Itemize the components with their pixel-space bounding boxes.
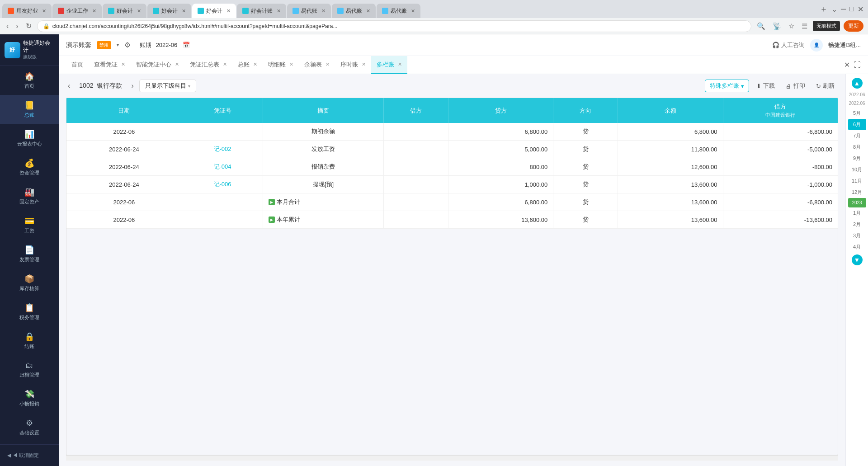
sidebar-item-payroll[interactable]: 💳工资 — [0, 211, 59, 240]
browser-tab-t6[interactable]: 好会计✕ — [147, 4, 191, 18]
page-tab-summary[interactable]: 凭证汇总表✕ — [184, 56, 232, 74]
demo-badge[interactable]: 禁用 — [97, 41, 111, 49]
timeline-scroll-down[interactable]: ▼ — [852, 254, 863, 265]
tab-list-button[interactable]: ⌄ — [831, 5, 837, 14]
browser-tab-t9[interactable]: 用友好业✕ — [2, 4, 52, 18]
tab-close-icon[interactable]: ✕ — [92, 8, 96, 14]
timeline-month-2023-4月[interactable]: 4月 — [848, 241, 866, 253]
page-tab-close-voucher[interactable]: ✕ — [121, 61, 125, 67]
timeline-month-6月[interactable]: 6月 — [848, 119, 866, 130]
voucher-link[interactable]: 记-006 — [182, 176, 263, 193]
timeline-month-10月[interactable]: 10月 — [848, 164, 866, 175]
page-tab-close-multi[interactable]: ✕ — [398, 61, 402, 67]
timeline-month-2023-2月[interactable]: 2月 — [848, 219, 866, 230]
page-tab-detail[interactable]: 明细账✕ — [263, 56, 299, 74]
page-tab-close-detail[interactable]: ✕ — [289, 61, 293, 67]
search-browser-button[interactable]: 🔍 — [755, 20, 767, 32]
page-tab-sequence[interactable]: 序时账✕ — [335, 56, 371, 74]
page-tab-close-smart[interactable]: ✕ — [175, 61, 179, 67]
page-tab-balance[interactable]: 余额表✕ — [299, 56, 335, 74]
page-tab-general[interactable]: 总账✕ — [232, 56, 263, 74]
new-tab-button[interactable]: ＋ — [820, 4, 828, 14]
browser-tab-t7[interactable]: 好会计✕ — [103, 4, 146, 18]
sidebar-item-archive[interactable]: 🗂归档管理 — [0, 355, 59, 384]
back-button[interactable]: ‹ — [5, 20, 10, 32]
tab-close-icon[interactable]: ✕ — [42, 8, 46, 14]
page-tab-multi[interactable]: 多栏账✕ — [371, 56, 407, 74]
page-tab-voucher[interactable]: 查看凭证✕ — [89, 56, 131, 74]
browser-tab-t4[interactable]: 好会计账✕ — [237, 4, 286, 18]
download-button[interactable]: ⬇ 下载 — [753, 80, 778, 92]
sidebar-item-ledger[interactable]: 📒总账 — [0, 95, 59, 124]
timeline-month-7月[interactable]: 7月 — [848, 130, 866, 141]
browser-tab-t1[interactable]: 易代账✕ — [377, 4, 420, 18]
tab-close-icon[interactable]: ✕ — [366, 8, 370, 14]
profile-button[interactable]: ☰ — [800, 20, 809, 32]
cast-button[interactable]: 📡 — [771, 20, 783, 32]
timeline-month-9月[interactable]: 9月 — [848, 153, 866, 164]
close-window-button[interactable]: ✕ — [858, 5, 863, 14]
prev-account-button[interactable]: ‹ — [66, 80, 72, 92]
browser-tab-t3[interactable]: 易代账✕ — [287, 4, 331, 18]
maximize-button[interactable]: □ — [849, 5, 854, 13]
sidebar-item-assets[interactable]: 🏭固定资产 — [0, 182, 59, 211]
sidebar-item-funds[interactable]: 💰资金管理 — [0, 153, 59, 182]
tab-close-icon[interactable]: ✕ — [182, 8, 186, 14]
filter-select[interactable]: 只显示下级科目 ▾ — [139, 80, 196, 92]
table-row: 2022-06-24 记-006 提现[预] 1,000.00 贷 13,600… — [66, 176, 838, 193]
browser-tab-t8[interactable]: 企业工作✕ — [52, 4, 102, 18]
refresh-ledger-button[interactable]: ↻ 刷新 — [812, 80, 838, 92]
page-tab-close-sequence[interactable]: ✕ — [362, 61, 366, 67]
browser-tab-t2[interactable]: 易代账✕ — [332, 4, 376, 18]
page-tab-close-summary[interactable]: ✕ — [223, 61, 227, 67]
multi-col-button[interactable]: 特殊多栏账 ▾ — [705, 80, 749, 92]
tab-close-icon[interactable]: ✕ — [321, 8, 326, 14]
expand-tabs-button[interactable]: ⛶ — [854, 61, 861, 69]
timeline-month-12月[interactable]: 12月 — [848, 187, 866, 198]
sidebar-item-reports[interactable]: 📊云报表中心 — [0, 124, 59, 153]
sidebar-item-tax[interactable]: 📋税务管理 — [0, 297, 59, 326]
page-tab-close-general[interactable]: ✕ — [253, 61, 257, 67]
url-bar[interactable]: 🔒 cloud2.chanjet.com/accounting/uh26t264… — [37, 20, 751, 32]
minimize-button[interactable]: ─ — [841, 5, 846, 13]
period-label: 账期 2022-06 — [140, 41, 177, 49]
table-row: 2022-06 ▶本月合计 6,800.00 贷 13,600.00 -6,80… — [66, 193, 838, 211]
page-tab-smart[interactable]: 智能凭证中心✕ — [131, 56, 184, 74]
tab-close-icon[interactable]: ✕ — [411, 8, 415, 14]
badge-dropdown[interactable]: ▾ — [117, 42, 119, 47]
incognito-button[interactable]: 无痕模式 — [813, 21, 840, 31]
update-button[interactable]: 更新 — [844, 20, 863, 32]
sidebar-item-settings[interactable]: ⚙基础设置 — [0, 413, 59, 442]
browser-tab-t5[interactable]: 好会计✕ — [192, 4, 236, 18]
print-button[interactable]: 🖨 打印 — [782, 80, 809, 92]
tab-close-icon[interactable]: ✕ — [277, 8, 281, 14]
bookmark-button[interactable]: ☆ — [787, 20, 796, 32]
next-account-button[interactable]: › — [129, 80, 135, 92]
timeline-month-11月[interactable]: 11月 — [848, 175, 866, 187]
timeline-month-8月[interactable]: 8月 — [848, 141, 866, 153]
refresh-nav-button[interactable]: ↻ — [24, 20, 33, 32]
voucher-link[interactable]: 记-002 — [182, 141, 263, 158]
account-selector[interactable]: 1002 银行存款 — [75, 80, 126, 92]
bottom-scrollbar[interactable] — [66, 455, 838, 461]
timeline-month-5月[interactable]: 5月 — [848, 108, 866, 119]
unpin-button[interactable]: ◀ ◀ 取消固定 — [5, 449, 54, 461]
consultant-button[interactable]: 🎧 人工咨询 — [772, 41, 805, 49]
page-tab-home[interactable]: 首页 — [66, 56, 89, 74]
tab-close-icon[interactable]: ✕ — [137, 8, 141, 14]
voucher-link[interactable]: 记-004 — [182, 158, 263, 176]
sidebar-item-inventory[interactable]: 📦库存核算 — [0, 268, 59, 297]
page-tab-close-balance[interactable]: ✕ — [326, 61, 330, 67]
sidebar-item-close[interactable]: 🔒结账 — [0, 326, 59, 355]
timeline-scroll-up[interactable]: ▲ — [852, 78, 863, 89]
forward-button[interactable]: › — [14, 20, 20, 32]
calendar-icon[interactable]: 📅 — [183, 42, 190, 48]
sidebar-item-expense[interactable]: 💸小畅报销 — [0, 384, 59, 413]
sidebar-item-invoice[interactable]: 📄发票管理 — [0, 240, 59, 268]
tab-close-icon[interactable]: ✕ — [226, 8, 231, 14]
collapse-tabs-button[interactable]: ✕ — [844, 61, 850, 69]
settings-icon[interactable]: ⚙ — [124, 41, 131, 49]
timeline-month-2023-1月[interactable]: 1月 — [848, 207, 866, 219]
sidebar-item-home[interactable]: 🏠首页 — [0, 66, 59, 95]
timeline-month-2023-3月[interactable]: 3月 — [848, 230, 866, 241]
